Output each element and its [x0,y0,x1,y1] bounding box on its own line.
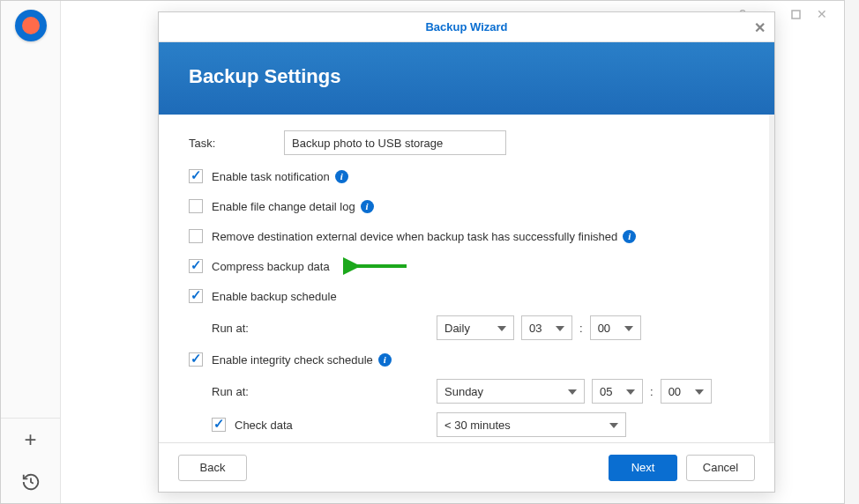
check-data-checkbox[interactable] [212,418,226,432]
dialog-titlebar: Backup Wizard ✕ [159,12,774,42]
integrity-minute-select[interactable]: 00 [661,379,712,404]
integrity-time-row: Run at: Sunday 05 : 00 [212,379,739,404]
time-colon: : [579,322,583,335]
dialog-body: Task: Enable task notification i Enable … [159,115,774,442]
task-name-input[interactable] [284,130,506,155]
remove-external-checkbox[interactable] [189,229,203,243]
integrity-row: Enable integrity check schedule i [189,349,739,370]
compress-label: Compress backup data [212,260,330,273]
dialog-header: Backup Settings [159,42,774,115]
remove-external-row: Remove destination external device when … [189,226,739,247]
enable-notification-row: Enable task notification i [189,166,739,187]
compress-checkbox[interactable] [189,259,203,273]
add-button[interactable]: + [1,419,60,461]
schedule-label: Enable backup schedule [212,290,337,303]
check-data-label: Check data [235,419,293,432]
info-icon[interactable]: i [361,200,374,213]
dialog-title: Backup Wizard [425,20,507,33]
history-icon [21,472,41,492]
file-log-label: Enable file change detail log [212,200,355,213]
main-area: ? — ✕ Backup Wizard ✕ Backup Settings Ta… [61,1,844,503]
app-logo-icon[interactable] [15,10,47,41]
frequency-select[interactable]: Daily [437,315,514,340]
compress-row: Compress backup data [189,256,739,277]
info-icon[interactable]: i [335,170,348,183]
remove-external-label: Remove destination external device when … [212,230,617,243]
sidebar-bottom: + [1,418,60,503]
hour-select[interactable]: 03 [521,315,572,340]
schedule-row: Enable backup schedule [189,285,739,307]
integrity-hour-select[interactable]: 05 [592,379,643,404]
run-at-label: Run at: [212,322,437,335]
annotation-arrow-icon [343,254,414,278]
time-colon-2: : [650,385,654,398]
run-at-label-2: Run at: [212,385,437,398]
cancel-button[interactable]: Cancel [686,455,755,481]
dialog-footer: Back Next Cancel [159,442,774,492]
schedule-checkbox[interactable] [189,289,203,303]
enable-notification-label: Enable task notification [212,170,330,183]
next-button[interactable]: Next [609,455,677,481]
minute-select[interactable]: 00 [590,315,641,340]
backup-wizard-dialog: Backup Wizard ✕ Backup Settings Task: En… [158,11,775,493]
page-title: Backup Settings [189,65,744,88]
integrity-checkbox[interactable] [189,352,203,367]
enable-notification-checkbox[interactable] [189,169,203,183]
file-log-row: Enable file change detail log i [189,196,739,217]
maximize-icon[interactable] [789,8,802,20]
app-frame: + ? — ✕ Backup Wizard ✕ Backup Settings [0,0,845,504]
day-select[interactable]: Sunday [437,379,585,404]
sidebar-top [1,1,60,41]
schedule-time-row: Run at: Daily 03 : 00 [212,315,739,340]
integrity-label: Enable integrity check schedule [212,353,373,367]
info-icon[interactable]: i [623,230,636,243]
file-log-checkbox[interactable] [189,199,203,213]
history-button[interactable] [1,461,60,503]
back-button[interactable]: Back [178,455,247,481]
sidebar: + [1,1,61,503]
check-data-row: Check data < 30 minutes [212,412,739,437]
duration-select[interactable]: < 30 minutes [437,412,626,437]
app-logo-inner-icon [22,17,40,34]
task-label: Task: [189,137,284,150]
dialog-close-icon[interactable]: ✕ [754,19,766,36]
close-icon[interactable]: ✕ [816,8,828,20]
info-icon[interactable]: i [378,353,392,367]
svg-rect-0 [792,11,800,19]
task-row: Task: [189,130,739,155]
